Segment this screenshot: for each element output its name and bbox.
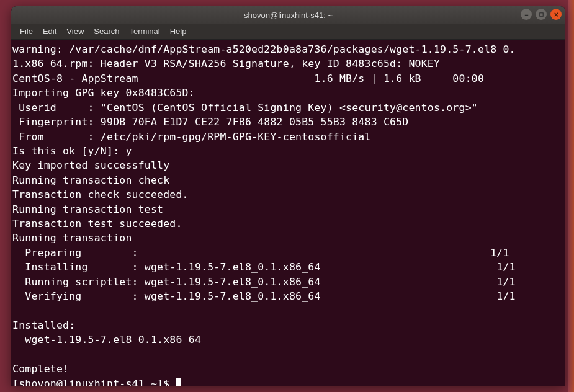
svg-rect-1 [539,12,542,16]
terminal-line: Running transaction check [12,174,169,186]
window-title: shovon@linuxhint-s41: ~ [244,11,333,20]
terminal-line: Importing GPG key 0x8483C65D: [12,87,195,99]
terminal-line: Running scriptlet: wget-1.19.5-7.el8_0.1… [12,276,522,288]
terminal-line: Installed: [12,319,75,331]
menu-view[interactable]: View [61,25,89,38]
terminal-line: Transaction test succeeded. [12,218,182,229]
menu-terminal[interactable]: Terminal [125,25,165,38]
close-icon [554,12,559,17]
close-button[interactable] [550,9,562,20]
terminal-line: Fingerprint: 99DB 70FA E1D7 CE22 7FB6 48… [12,116,408,128]
menu-edit[interactable]: Edit [38,25,61,38]
terminal-line: Complete! [12,363,69,375]
menubar: File Edit View Search Terminal Help [11,24,565,40]
terminal-line: Installing : wget-1.19.5-7.el8_0.1.x86_6… [12,261,522,273]
window-controls [521,9,562,20]
terminal-line: Preparing : 1/1 [12,247,516,259]
terminal-line: warning: /var/cache/dnf/AppStream-a520ed… [12,43,516,55]
menu-file[interactable]: File [15,25,38,38]
terminal-output[interactable]: warning: /var/cache/dnf/AppStream-a520ed… [11,40,565,386]
terminal-line: Is this ok [y/N]: y [12,145,132,157]
cursor-icon [176,378,181,386]
minimize-button[interactable] [521,9,532,20]
terminal-line: From : /etc/pki/rpm-gpg/RPM-GPG-KEY-cent… [12,131,371,143]
terminal-line: Userid : "CentOS (CentOS Official Signin… [12,102,478,114]
terminal-line: CentOS-8 - AppStream 1.6 MB/s | 1.6 kB 0… [12,73,509,84]
maximize-icon [539,12,544,17]
terminal-prompt: [shovon@linuxhint-s41 ~]$ [12,378,176,386]
terminal-line: Running transaction [12,232,132,244]
maximize-button[interactable] [536,9,547,20]
menu-help[interactable]: Help [165,25,192,38]
terminal-line: wget-1.19.5-7.el8_0.1.x86_64 [12,334,516,345]
terminal-line: Verifying : wget-1.19.5-7.el8_0.1.x86_64… [12,290,522,302]
menu-search[interactable]: Search [89,25,124,38]
terminal-line: Running transaction test [12,203,163,215]
minimize-icon [524,12,529,17]
terminal-line: Transaction check succeeded. [12,189,189,200]
terminal-line: Key imported successfully [12,159,169,171]
titlebar[interactable]: shovon@linuxhint-s41: ~ [11,6,565,24]
terminal-line: 1.x86_64.rpm: Header V3 RSA/SHA256 Signa… [12,58,440,69]
desktop-background-edge [568,0,574,392]
terminal-window: shovon@linuxhint-s41: ~ File Edit View S… [11,6,565,386]
